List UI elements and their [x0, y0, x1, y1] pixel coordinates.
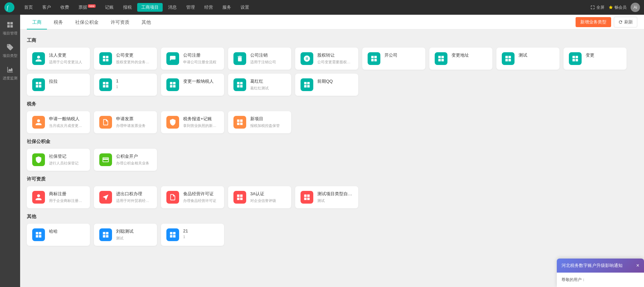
card-icon-jinchukouquan — [99, 191, 112, 204]
grid-icon — [5, 20, 15, 29]
nav-business[interactable]: 工商项目 — [137, 3, 163, 12]
nav-message[interactable]: 消息 — [164, 3, 181, 12]
card-gongsixiao[interactable]: 公司注销 适用于注销公司 — [228, 48, 291, 70]
card-icon-biangenashuiren — [166, 78, 179, 91]
card-guzhuanzh[interactable]: 股权转让 公司变更需要股权转让 — [295, 48, 358, 70]
card-shebaodengjii[interactable]: 社保登记 进行人员社保登记 — [27, 149, 90, 171]
avatar[interactable]: Ai — [631, 3, 640, 12]
card-name-gongjijinkaihu: 公积金开户 — [116, 153, 152, 159]
card-icon-guzhuanzh — [301, 52, 313, 65]
card-one[interactable]: 1 1 — [94, 74, 157, 96]
card-ceshi[interactable]: 测试 — [496, 48, 559, 70]
card-shenqinfapiao[interactable]: 申请发票 办理申请发票业务 — [94, 111, 157, 133]
tag-icon — [5, 43, 15, 52]
card-liucongceshi[interactable]: 刘聪测试 测试 — [94, 224, 157, 246]
card-name-kaigongsi: 开公司 — [384, 52, 420, 58]
card-icon-shebaodengjii — [32, 153, 45, 166]
tab-bar: 工商 税务 社保公积金 许可资质 其他 新增业务类型 刷新 — [20, 15, 644, 29]
card-shipinjingying[interactable]: 食品经营许可证 办理食品经营许可证 — [161, 186, 224, 208]
card-icon-3Arenzhen — [233, 191, 246, 204]
cards-grid-xuke: 商标注册 用于企业商标注册服务 进出口权办理 适用于对外贸易经营者 — [27, 186, 637, 208]
card-ceshixiangmu[interactable]: 测试项目类型自定义 测试 — [295, 186, 358, 208]
nav-settings[interactable]: 设置 — [236, 3, 253, 12]
content-area: 工商 税务 社保公积金 许可资质 其他 新增业务类型 刷新 工商 — [20, 15, 644, 287]
card-icon-biangedizhi — [435, 52, 447, 65]
card-biange[interactable]: 变更 — [564, 48, 627, 70]
notification-body: 尊敬的用户： — [557, 273, 644, 287]
card-icon-gongjijinkaihu — [99, 153, 112, 166]
card-name-shebaodengjii: 社保登记 — [49, 153, 85, 159]
tab-shuiwu[interactable]: 税务 — [48, 15, 68, 29]
nav-operation[interactable]: 经营 — [200, 3, 217, 12]
card-icon-one — [99, 78, 112, 91]
card-3Arenzhen[interactable]: 3A认证 对企业信誉评级 — [228, 186, 291, 208]
nav-ticket[interactable]: 票据new — [74, 3, 100, 12]
card-biangedizhi[interactable]: 变更地址 — [429, 48, 492, 70]
card-name-biange: 变更 — [586, 52, 621, 58]
card-name-shangbiaozhu: 商标注册 — [49, 191, 85, 197]
card-desc-ceshixiangmu: 测试 — [317, 198, 353, 203]
card-info-shipinjingying: 食品经营许可证 办理食品经营许可证 — [183, 191, 219, 203]
card-icon-shipinjingying — [166, 191, 179, 204]
card-haha[interactable]: 哈哈 — [27, 224, 90, 246]
card-info-xinxiangmu: 新项目 报税加税控盘保管 — [250, 116, 286, 128]
card-faziren[interactable]: 法人变更 适用于公司变更法人 — [27, 48, 90, 70]
card-jinchukouquan[interactable]: 进出口权办理 适用于对外贸易经营者 — [94, 186, 157, 208]
card-lala[interactable]: 拉拉 — [27, 74, 90, 96]
card-gongsizhu[interactable]: 公司注册 申请公司注册全流程 — [161, 48, 224, 70]
card-info-shuiwubaodao: 税务报道+记账 拿到营业执照的新公司 — [183, 116, 219, 128]
card-icon-shenqinashuiren — [32, 116, 45, 129]
card-info-biangenashuiren: 变更一般纳税人 — [183, 78, 219, 86]
card-shangbiaozhu[interactable]: 商标注册 用于企业商标注册服务 — [27, 186, 90, 208]
card-biangenashuiren[interactable]: 变更一般纳税人 — [161, 74, 224, 96]
card-shenqinashuiren[interactable]: 申请一般纳税人 当月或次月成变更完成 — [27, 111, 90, 133]
nav-service[interactable]: 服务 — [218, 3, 235, 12]
card-icon-gehonghong — [233, 78, 246, 91]
card-icon-ceshi — [502, 52, 515, 65]
nav-fee[interactable]: 收费 — [56, 3, 73, 12]
card-kaigongsi[interactable]: 开公司 — [362, 48, 425, 70]
card-xinxiangmu[interactable]: 新项目 报税加税控盘保管 — [228, 111, 291, 133]
cards-grid-shuiwu: 申请一般纳税人 当月或次月成变更完成 申请发票 办理申请发票业务 — [27, 111, 637, 133]
card-name-ceshixiangmu: 测试项目类型自定义 — [317, 191, 353, 197]
card-qianqiQQ[interactable]: 前期QQ — [295, 74, 358, 96]
card-name-biangenashuiren: 变更一般纳税人 — [183, 78, 219, 84]
nav-customer[interactable]: 客户 — [38, 3, 55, 12]
section-title-other: 其他 — [27, 214, 637, 220]
tab-gongshang[interactable]: 工商 — [27, 15, 47, 29]
card-21[interactable]: 21 1 — [161, 224, 224, 246]
nav-bookkeeping[interactable]: 记账 — [101, 3, 118, 12]
card-info-3Arenzhen: 3A认证 对企业信誉评级 — [250, 191, 286, 203]
fullscreen-button[interactable]: 全屏 — [590, 5, 604, 10]
refresh-button[interactable]: 刷新 — [614, 17, 637, 27]
tab-shebao[interactable]: 社保公积金 — [70, 15, 104, 29]
svg-point-0 — [4, 2, 14, 12]
nav-tax[interactable]: 报税 — [119, 3, 136, 12]
card-info-jinchukouquan: 进出口权办理 适用于对外贸易经营者 — [116, 191, 152, 203]
card-info-qianqiQQ: 前期QQ — [317, 78, 353, 86]
card-gongjijinkaihu[interactable]: 公积金开户 办理公积金相关业务 — [94, 149, 157, 171]
tab-xuke[interactable]: 许可资质 — [105, 15, 135, 29]
nav-manage[interactable]: 管理 — [182, 3, 199, 12]
card-name-one: 1 — [116, 78, 152, 83]
tab-other[interactable]: 其他 — [136, 15, 156, 29]
card-info-gongsizhu: 公司注册 申请公司注册全流程 — [183, 52, 219, 65]
card-icon-liucongceshi — [99, 228, 112, 241]
nav-home[interactable]: 首页 — [20, 3, 37, 12]
new-type-button[interactable]: 新增业务类型 — [576, 17, 611, 27]
sidebar-item-project-manage[interactable]: 项目管理 — [1, 17, 19, 39]
notification-close-button[interactable]: × — [636, 263, 639, 268]
card-gehonghong[interactable]: 葛红红 葛红红测试 — [228, 74, 291, 96]
card-info-gehonghong: 葛红红 葛红红测试 — [250, 78, 286, 91]
sidebar-label-project-manage: 项目管理 — [3, 31, 17, 36]
sidebar-item-progress[interactable]: 进度监测 — [1, 62, 19, 83]
card-icon-shangbiaozhu — [32, 191, 45, 204]
card-name-shuiwubaodao: 税务报道+记账 — [183, 116, 219, 122]
card-gongsibiangeng[interactable]: 公司变更 股权变更外的业务变更 — [94, 48, 157, 70]
card-shuiwubaodao[interactable]: 税务报道+记账 拿到营业执照的新公司 — [161, 111, 224, 133]
tab-actions: 新增业务类型 刷新 — [576, 17, 637, 27]
app-logo[interactable]: f — [4, 2, 15, 13]
member-button[interactable]: 畅会员 — [608, 5, 627, 10]
section-title-xuke: 许可资质 — [27, 176, 637, 182]
sidebar-item-project-type[interactable]: 项目类型 — [1, 40, 19, 61]
